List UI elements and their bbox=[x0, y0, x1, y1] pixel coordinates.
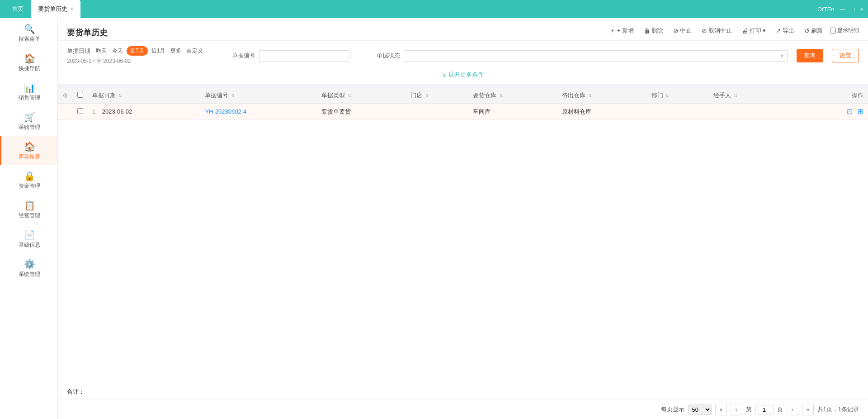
td-handler bbox=[709, 104, 784, 120]
th-doc-number-label: 单据编号 bbox=[205, 92, 228, 99]
page-label-after: 页 bbox=[777, 405, 783, 414]
export-icon: ↗ bbox=[776, 27, 781, 34]
refresh-label: 刷新 bbox=[811, 27, 823, 35]
page-next-button[interactable]: › bbox=[787, 404, 798, 415]
td-operation: ⊡ ⊞ bbox=[785, 104, 868, 120]
status-select-wrapper bbox=[404, 50, 788, 62]
th-pending-warehouse[interactable]: 待出仓库 ⇅ bbox=[557, 88, 646, 104]
date-btn-1month[interactable]: 近1月 bbox=[150, 46, 167, 56]
window-minimize-icon[interactable]: — bbox=[840, 6, 846, 13]
sidebar-item-quick-nav[interactable]: 🏠 快捷导航 bbox=[0, 48, 57, 77]
refresh-icon: ↺ bbox=[804, 27, 810, 34]
th-department[interactable]: 部门 ⇅ bbox=[647, 88, 709, 104]
total-info: 共1页，1条记录 bbox=[817, 405, 859, 414]
sidebar-item-finance[interactable]: 🔒 资金管理 bbox=[0, 165, 57, 195]
settings-button[interactable]: 设置 bbox=[832, 49, 859, 62]
delete-button[interactable]: 🗑 删除 bbox=[641, 25, 666, 37]
th-settings: ⚙ bbox=[58, 88, 73, 104]
page-prev-button[interactable]: ‹ bbox=[731, 404, 742, 415]
td-req-warehouse-value: 车间库 bbox=[473, 108, 491, 115]
new-button[interactable]: ＋ + 新增 bbox=[607, 25, 637, 37]
expand-more-button[interactable]: ∨ 展开更多条件 bbox=[67, 69, 859, 79]
page-last-button[interactable]: » bbox=[802, 404, 814, 415]
export-button[interactable]: ↗ 导出 bbox=[773, 25, 797, 37]
new-label: + 新增 bbox=[617, 27, 634, 35]
sidebar-label-search-menu: 搜索菜单 bbox=[19, 35, 40, 43]
page-first-button[interactable]: « bbox=[715, 404, 727, 415]
page-number-input[interactable] bbox=[755, 405, 774, 414]
total-label: 合计： bbox=[67, 388, 85, 396]
page-size-label: 每页显示 bbox=[661, 405, 684, 414]
th-req-warehouse[interactable]: 要货仓库 ⇅ bbox=[468, 88, 557, 104]
print-button[interactable]: 🖨 打印 ▾ bbox=[739, 25, 769, 37]
status-select[interactable] bbox=[404, 50, 788, 62]
sidebar-item-sales[interactable]: 📊 销售管理 bbox=[0, 77, 57, 106]
expand-icon: ∨ bbox=[442, 71, 447, 78]
status-filter: 单据状态 bbox=[377, 50, 788, 62]
cancel-stop-button[interactable]: ⊘ 取消中止 bbox=[699, 25, 735, 37]
page-size-select[interactable]: 10 20 50 100 bbox=[688, 405, 712, 415]
th-req-warehouse-label: 要货仓库 bbox=[473, 92, 496, 99]
page-label-before: 第 bbox=[746, 405, 752, 414]
date-btn-today[interactable]: 今天 bbox=[110, 46, 125, 56]
td-doc-number: YH-20230602-4 bbox=[200, 104, 317, 120]
stop-button[interactable]: ⊘ 中止 bbox=[670, 25, 694, 37]
date-btn-custom[interactable]: 自定义 bbox=[185, 46, 205, 56]
sidebar-label-inventory: 库存核算 bbox=[19, 153, 40, 161]
date-btn-7days[interactable]: 近7天 bbox=[127, 46, 148, 56]
th-doc-date[interactable]: 单据日期 ⇅ bbox=[88, 88, 200, 104]
date-btn-yesterday[interactable]: 昨天 bbox=[94, 46, 108, 56]
display-detail-button[interactable]: 显示明细 bbox=[830, 27, 859, 34]
sidebar-item-system[interactable]: ⚙️ 系统管理 bbox=[0, 253, 57, 283]
th-department-label: 部门 bbox=[651, 92, 663, 99]
pagination-bar: 每页显示 10 20 50 100 « ‹ 第 页 › » 共1页，1条记录 bbox=[58, 400, 868, 419]
td-pending-warehouse: 原材料仓库 bbox=[557, 104, 646, 120]
search-menu-icon: 🔍 bbox=[24, 24, 35, 33]
filter-row-1: 单据日期 昨天 今天 近7天 近1月 更多 自定义 2023-05-27 至 2… bbox=[67, 46, 859, 65]
sidebar-item-search-menu[interactable]: 🔍 搜索菜单 bbox=[0, 18, 57, 48]
row-more-icon[interactable]: ⊞ bbox=[858, 108, 863, 115]
delete-label: 删除 bbox=[651, 27, 663, 35]
table-settings-icon[interactable]: ⚙ bbox=[62, 92, 68, 99]
th-store[interactable]: 门店 ⇅ bbox=[406, 88, 468, 104]
th-handler-label: 经手人 bbox=[713, 92, 731, 99]
row-edit-icon[interactable]: ⊡ bbox=[847, 108, 853, 115]
sidebar-item-purchase[interactable]: 🛒 采购管理 bbox=[0, 106, 57, 136]
sales-icon: 📊 bbox=[24, 83, 35, 92]
tab-requisition-history[interactable]: 要货单历史 × bbox=[31, 0, 80, 18]
sidebar: 🔍 搜索菜单 🏠 快捷导航 📊 销售管理 🛒 采购管理 🏠 库存核算 🔒 资金管… bbox=[0, 18, 58, 419]
td-doc-date: 1 2023-06-02 bbox=[88, 104, 200, 120]
quick-nav-icon: 🏠 bbox=[24, 54, 35, 63]
sidebar-item-inventory[interactable]: 🏠 库存核算 bbox=[0, 136, 57, 165]
th-handler[interactable]: 经手人 ⇅ bbox=[709, 88, 784, 104]
tab-requisition-label: 要货单历史 bbox=[38, 5, 67, 13]
tab-close-icon[interactable]: × bbox=[70, 6, 73, 12]
window-close-icon[interactable]: × bbox=[860, 6, 863, 13]
refresh-button[interactable]: ↺ 刷新 bbox=[802, 25, 826, 37]
window-maximize-icon[interactable]: □ bbox=[851, 6, 855, 13]
finance-icon: 🔒 bbox=[24, 171, 35, 181]
td-department bbox=[647, 104, 709, 120]
expand-label: 展开更多条件 bbox=[448, 71, 484, 79]
sidebar-item-basic-info[interactable]: 📄 基础信息 bbox=[0, 224, 57, 253]
sidebar-item-operations[interactable]: 📋 经营管理 bbox=[0, 195, 57, 224]
sort-icon-req-warehouse: ⇅ bbox=[499, 93, 503, 98]
top-bar: 首页 要货单历史 × OfTEn — □ × bbox=[0, 0, 868, 18]
doc-number-link[interactable]: YH-20230602-4 bbox=[205, 108, 246, 115]
sidebar-label-operations: 经营管理 bbox=[19, 212, 40, 219]
display-detail-checkbox[interactable] bbox=[830, 28, 836, 33]
th-doc-type[interactable]: 单据类型 ⇅ bbox=[317, 88, 406, 104]
th-doc-number[interactable]: 单据编号 ⇅ bbox=[200, 88, 317, 104]
date-btn-more[interactable]: 更多 bbox=[169, 46, 183, 56]
select-all-checkbox[interactable] bbox=[77, 92, 83, 98]
search-button[interactable]: 查询 bbox=[797, 49, 823, 62]
display-detail-label: 显示明细 bbox=[837, 27, 859, 34]
row-checkbox[interactable] bbox=[77, 108, 83, 114]
doc-number-input[interactable] bbox=[259, 50, 349, 62]
toolbar: ＋ + 新增 🗑 删除 ⊘ 中止 ⊘ 取消中止 🖨 打印 bbox=[607, 25, 859, 40]
td-doc-date-value: 2023-06-02 bbox=[102, 108, 132, 115]
tab-home[interactable]: 首页 bbox=[5, 0, 31, 18]
sidebar-label-purchase: 采购管理 bbox=[19, 124, 40, 131]
sort-icon-doc-date: ⇅ bbox=[118, 93, 122, 98]
td-req-warehouse: 车间库 bbox=[468, 104, 557, 120]
